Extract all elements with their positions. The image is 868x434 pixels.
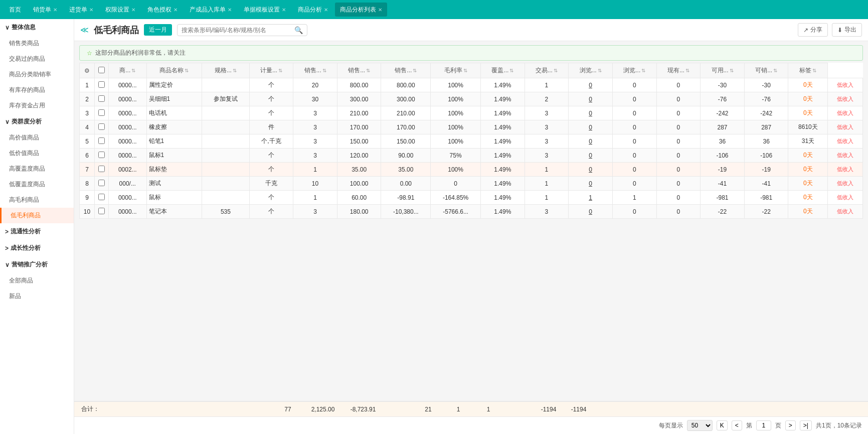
row-checkbox[interactable] (98, 166, 105, 172)
col-unit[interactable]: 计量...⇅ (249, 63, 293, 78)
row-checkbox-cell[interactable] (95, 177, 109, 191)
row-browse2: 0 (656, 149, 701, 163)
col-price[interactable]: 销售...⇅ (337, 63, 381, 78)
close-icon[interactable]: ✕ (228, 7, 232, 13)
sidebar-group-growth[interactable]: > 成长性分析 (0, 240, 74, 256)
period-button[interactable]: 近一月 (144, 24, 172, 36)
col-name[interactable]: 商品名称⇅ (146, 63, 202, 78)
sidebar-item-high-margin[interactable]: 高毛利商品 (0, 192, 74, 208)
nav-roles[interactable]: 角色授权 ✕ (142, 3, 183, 17)
row-checkbox[interactable] (98, 95, 105, 102)
nav-template[interactable]: 单据模板设置 ✕ (239, 3, 291, 17)
close-icon[interactable]: ✕ (378, 7, 382, 13)
col-tag[interactable]: 标签⇅ (788, 63, 828, 78)
row-trade[interactable]: 1 (569, 191, 613, 205)
sidebar-item-all-products[interactable]: 全部商品 (0, 273, 74, 288)
row-checkbox-cell[interactable] (95, 205, 109, 219)
next-page-btn[interactable]: > (785, 420, 796, 430)
sidebar-group-overview[interactable]: ∨ 整体信息 (0, 19, 74, 36)
row-checkbox-cell[interactable] (95, 149, 109, 163)
sidebar-item-category-rate[interactable]: 商品分类助销率 (0, 67, 74, 82)
nav-product-analysis[interactable]: 商品分析 ✕ (293, 3, 333, 17)
col-browse2[interactable]: 浏览...⇅ (612, 63, 656, 78)
row-checkbox[interactable] (98, 194, 105, 200)
sidebar-item-low-value[interactable]: 低价值商品 (0, 146, 74, 161)
row-checkbox-cell[interactable] (95, 120, 109, 134)
row-checkbox[interactable] (98, 81, 105, 88)
col-salable[interactable]: 可销...⇅ (744, 63, 788, 78)
col-trade[interactable]: 交易...⇅ (525, 63, 569, 78)
col-checkbox[interactable] (95, 63, 109, 78)
page-size-select[interactable]: 50 100 200 (687, 420, 713, 431)
nav-home[interactable]: 首页 (4, 3, 26, 17)
sidebar-item-stock-funds[interactable]: 库存资金占用 (0, 98, 74, 113)
row-trade[interactable]: 0 (569, 106, 613, 120)
sidebar-group-cluster[interactable]: ∨ 类群度分析 (0, 113, 74, 130)
collapse-sidebar-btn[interactable]: ≪ (80, 25, 89, 35)
sidebar-item-high-coverage[interactable]: 高覆盖度商品 (0, 161, 74, 177)
prev-page-btn[interactable]: < (732, 420, 742, 430)
row-checkbox-cell[interactable] (95, 92, 109, 106)
row-qty: 10 (293, 177, 337, 191)
col-stock[interactable]: 现有...⇅ (656, 63, 701, 78)
sidebar-item-traded[interactable]: 交易过的商品 (0, 51, 74, 67)
row-trade[interactable]: 0 (569, 78, 613, 92)
first-page-btn[interactable]: K (717, 420, 728, 430)
nav-product-warehouse[interactable]: 产成品入库单 ✕ (185, 3, 237, 17)
export-button[interactable]: ⬇ 导出 (832, 23, 862, 37)
close-icon[interactable]: ✕ (89, 7, 93, 13)
col-settings[interactable]: ⚙ (80, 63, 95, 78)
table-row: 6 0000... 鼠标1 个 3 120.00 90.00 75% 1.49%… (80, 149, 863, 163)
row-checkbox[interactable] (98, 109, 105, 116)
col-browse1[interactable]: 浏览...⇅ (569, 63, 613, 78)
close-icon[interactable]: ✕ (324, 7, 328, 13)
sidebar-item-low-margin[interactable]: 低毛利商品 (0, 208, 74, 223)
row-checkbox[interactable] (98, 152, 105, 158)
share-button[interactable]: ↗ 分享 (798, 23, 828, 37)
col-code[interactable]: 商...⇅ (109, 63, 147, 78)
close-icon[interactable]: ✕ (173, 7, 178, 13)
nav-permissions[interactable]: 权限设置 ✕ (100, 3, 140, 17)
sidebar-item-high-value[interactable]: 高价值商品 (0, 130, 74, 146)
select-all-checkbox[interactable] (98, 67, 105, 73)
sidebar-group-liquidity[interactable]: > 流通性分析 (0, 223, 74, 240)
close-icon[interactable]: ✕ (282, 7, 286, 13)
col-qty[interactable]: 销售...⇅ (293, 63, 337, 78)
last-page-btn[interactable]: >| (800, 420, 812, 430)
col-spec[interactable]: 规格...⇅ (202, 63, 249, 78)
row-trade[interactable]: 0 (569, 163, 613, 177)
col-profit-rate[interactable]: 毛利率⇅ (431, 63, 481, 78)
row-checkbox[interactable] (98, 123, 105, 130)
row-trade[interactable]: 0 (569, 92, 613, 106)
row-checkbox-cell[interactable] (95, 134, 109, 149)
sidebar-item-new-products[interactable]: 新品 (0, 288, 74, 304)
page-number-input[interactable] (756, 420, 771, 430)
row-checkbox[interactable] (98, 208, 105, 214)
close-icon[interactable]: ✕ (131, 7, 135, 13)
search-icon[interactable]: 🔍 (294, 26, 303, 34)
nav-product-analysis-list[interactable]: 商品分析列表 ✕ (335, 3, 387, 17)
col-available[interactable]: 可用...⇅ (701, 63, 745, 78)
row-checkbox[interactable] (98, 137, 105, 144)
row-trade[interactable]: 0 (569, 134, 613, 149)
row-code: 0000... (109, 134, 147, 149)
sidebar-group-marketing[interactable]: ∨ 营销推广分析 (0, 256, 74, 273)
row-checkbox-cell[interactable] (95, 191, 109, 205)
row-checkbox-cell[interactable] (95, 106, 109, 120)
sidebar-item-with-stock[interactable]: 有库存的商品 (0, 82, 74, 98)
col-sales[interactable]: 销售...⇅ (381, 63, 431, 78)
row-checkbox-cell[interactable] (95, 78, 109, 92)
row-trade[interactable]: 0 (569, 205, 613, 219)
search-input[interactable] (182, 27, 292, 34)
col-coverage[interactable]: 覆盖...⇅ (481, 63, 525, 78)
sidebar-item-sales-products[interactable]: 销售类商品 (0, 36, 74, 51)
row-trade[interactable]: 0 (569, 177, 613, 191)
row-trade[interactable]: 0 (569, 149, 613, 163)
nav-sales[interactable]: 销货单 ✕ (28, 3, 62, 17)
sidebar-item-low-coverage[interactable]: 低覆盖度商品 (0, 177, 74, 192)
row-trade[interactable]: 0 (569, 120, 613, 134)
row-checkbox[interactable] (98, 180, 105, 186)
row-checkbox-cell[interactable] (95, 163, 109, 177)
nav-purchase[interactable]: 进货单 ✕ (64, 3, 98, 17)
close-icon[interactable]: ✕ (53, 7, 57, 13)
